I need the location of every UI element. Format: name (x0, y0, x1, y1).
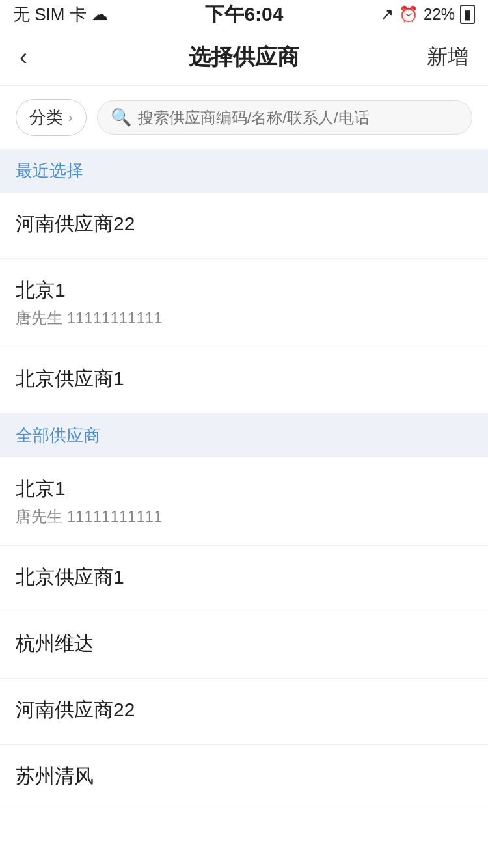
location-icon: ↗ (381, 5, 394, 23)
battery-icon: ▮ (460, 5, 475, 24)
battery-status: 22% (424, 5, 455, 23)
status-left: 无 SIM 卡 ☁ (13, 3, 108, 26)
status-time: 下午6:04 (205, 1, 283, 28)
filter-bar: 分类 › 🔍 (0, 86, 488, 149)
all-section-header: 全部供应商 (0, 414, 488, 457)
item-name: 苏州清风 (16, 763, 472, 790)
alarm-icon: ⏰ (399, 5, 418, 23)
recent-section-header: 最近选择 (0, 149, 488, 193)
list-item[interactable]: 北京1唐先生 11111111111 (0, 259, 488, 347)
search-icon: 🔍 (111, 107, 131, 128)
item-name: 河南供应商22 (16, 211, 472, 237)
all-list: 北京1唐先生 11111111111北京供应商1杭州维达河南供应商22苏州清风 (0, 457, 488, 811)
search-box: 🔍 (97, 100, 472, 135)
page-title: 选择供应商 (189, 42, 299, 72)
item-name: 北京供应商1 (16, 366, 472, 392)
chevron-right-icon: › (68, 110, 73, 125)
nav-bar: ‹ 选择供应商 新增 (0, 29, 488, 86)
item-detail: 唐先生 11111111111 (16, 308, 472, 329)
back-button[interactable]: ‹ (20, 44, 72, 71)
item-name: 北京1 (16, 277, 472, 304)
status-bar: 无 SIM 卡 ☁ 下午6:04 ↗ ⏰ 22% ▮ (0, 0, 488, 29)
item-name: 杭州维达 (16, 631, 472, 657)
sim-status: 无 SIM 卡 ☁ (13, 3, 108, 26)
list-item[interactable]: 北京1唐先生 11111111111 (0, 457, 488, 546)
list-item[interactable]: 河南供应商22 (0, 679, 488, 745)
list-item[interactable]: 北京供应商1 (0, 347, 488, 414)
add-button[interactable]: 新增 (416, 43, 468, 72)
list-item[interactable]: 北京供应商1 (0, 546, 488, 612)
status-right: ↗ ⏰ 22% ▮ (381, 5, 475, 24)
search-input[interactable] (138, 109, 459, 127)
item-name: 北京供应商1 (16, 564, 472, 591)
category-label: 分类 (29, 106, 63, 129)
item-name: 河南供应商22 (16, 697, 472, 724)
recent-list: 河南供应商22北京1唐先生 11111111111北京供应商1 (0, 193, 488, 414)
category-filter-button[interactable]: 分类 › (16, 99, 87, 136)
list-item[interactable]: 杭州维达 (0, 612, 488, 679)
item-detail: 唐先生 11111111111 (16, 506, 472, 527)
item-name: 北京1 (16, 476, 472, 502)
list-item[interactable]: 河南供应商22 (0, 193, 488, 259)
list-item[interactable]: 苏州清风 (0, 745, 488, 811)
